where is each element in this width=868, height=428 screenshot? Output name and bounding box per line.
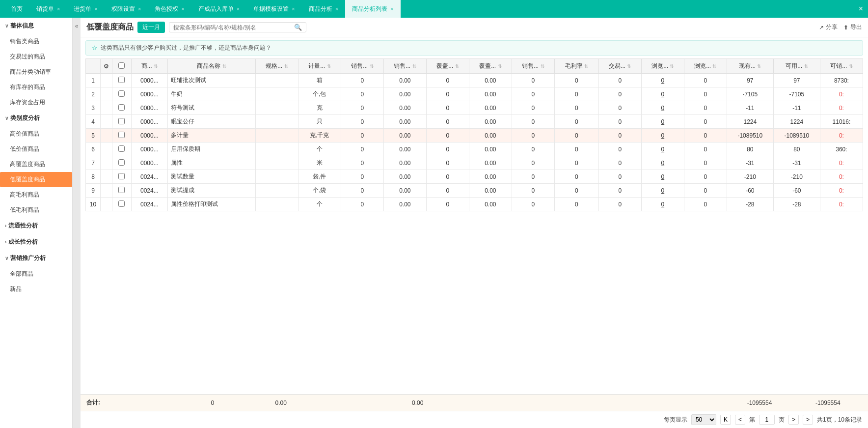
- col-cover1[interactable]: 覆盖... ⇅: [426, 59, 469, 74]
- col-sales2[interactable]: 销售... ⇅: [383, 59, 426, 74]
- row-b1[interactable]: 0: [641, 184, 684, 198]
- col-settings[interactable]: ⚙: [101, 59, 112, 74]
- close-all-button[interactable]: ×: [859, 4, 863, 13]
- col-unit[interactable]: 计量... ⇅: [298, 59, 341, 74]
- nav-tab-purchase[interactable]: 进货单 ×: [67, 0, 104, 18]
- prev-page-button[interactable]: <: [735, 415, 745, 425]
- sidebar-marketing-title[interactable]: ∨ 营销推广分析: [0, 250, 72, 266]
- search-input[interactable]: [173, 24, 294, 31]
- row-b1[interactable]: 0: [641, 115, 684, 129]
- browse-link[interactable]: 0: [661, 132, 664, 139]
- col-browse1[interactable]: 浏览... ⇅: [641, 59, 684, 74]
- sidebar-overall-title[interactable]: ∨ 整体信息: [0, 18, 72, 34]
- row-checkbox[interactable]: [112, 156, 132, 170]
- share-button[interactable]: ↗ 分享: [819, 23, 838, 31]
- col-sales1[interactable]: 销售... ⇅: [341, 59, 383, 74]
- sidebar-item-low-margin[interactable]: 低毛利商品: [0, 202, 72, 218]
- browse-link[interactable]: 0: [661, 160, 664, 167]
- row-select-checkbox[interactable]: [118, 90, 125, 97]
- sidebar-liquidity-title[interactable]: › 流通性分析: [0, 218, 72, 234]
- nav-tab-role[interactable]: 角色授权 ×: [148, 0, 191, 18]
- row-checkbox[interactable]: [112, 115, 132, 129]
- nav-tab-analysis-list[interactable]: 商品分析列表 ×: [345, 0, 400, 18]
- row-checkbox[interactable]: [112, 87, 132, 101]
- close-role-tab[interactable]: ×: [181, 6, 184, 12]
- row-select-checkbox[interactable]: [118, 145, 125, 152]
- col-code[interactable]: 商... ⇅: [131, 59, 167, 74]
- nav-tab-permission[interactable]: 权限设置 ×: [105, 0, 148, 18]
- sidebar-item-high-value[interactable]: 高价值商品: [0, 126, 72, 142]
- browse-link[interactable]: 0: [661, 173, 664, 180]
- row-select-checkbox[interactable]: [118, 173, 125, 179]
- col-name[interactable]: 商品名称 ⇅: [167, 59, 255, 74]
- browse-link[interactable]: 0: [661, 187, 664, 194]
- sidebar-item-high-coverage[interactable]: 高覆盖度商品: [0, 157, 72, 172]
- row-checkbox[interactable]: [112, 184, 132, 198]
- sidebar-item-category-rate[interactable]: 商品分类动销率: [0, 64, 72, 80]
- sidebar-item-new-goods[interactable]: 新品: [0, 282, 72, 297]
- browse-link[interactable]: 0: [661, 105, 664, 112]
- row-select-checkbox[interactable]: [118, 187, 125, 193]
- sidebar-collapse-button[interactable]: «: [73, 18, 81, 428]
- row-b1[interactable]: 0: [641, 129, 684, 143]
- browse-link[interactable]: 0: [661, 146, 664, 153]
- sidebar-item-traded-goods[interactable]: 交易过的商品: [0, 49, 72, 64]
- search-icon[interactable]: 🔍: [294, 24, 302, 31]
- close-analysis-tab[interactable]: ×: [335, 6, 338, 12]
- sidebar-category-title[interactable]: ∨ 类别度分析: [0, 110, 72, 126]
- period-button[interactable]: 近一月: [137, 22, 165, 33]
- row-checkbox[interactable]: [112, 129, 132, 143]
- export-button[interactable]: ⬆ 导出: [843, 23, 862, 31]
- sidebar-item-all-goods[interactable]: 全部商品: [0, 266, 72, 282]
- row-checkbox[interactable]: [112, 198, 132, 211]
- col-spec[interactable]: 规格... ⇅: [255, 59, 298, 74]
- row-checkbox[interactable]: [112, 143, 132, 156]
- row-select-checkbox[interactable]: [118, 132, 125, 138]
- sidebar-item-stock-capital[interactable]: 库存资金占用: [0, 95, 72, 110]
- row-b1[interactable]: 0: [641, 143, 684, 156]
- row-checkbox[interactable]: [112, 101, 132, 115]
- row-b1[interactable]: 0: [641, 101, 684, 115]
- close-permission-tab[interactable]: ×: [138, 6, 141, 12]
- sidebar-item-sales-goods[interactable]: 销售类商品: [0, 34, 72, 49]
- nav-tab-template[interactable]: 单据模板设置 ×: [246, 0, 301, 18]
- row-select-checkbox[interactable]: [118, 118, 125, 124]
- col-browse2[interactable]: 浏览... ⇅: [684, 59, 727, 74]
- row-select-checkbox[interactable]: [118, 104, 125, 111]
- col-gross[interactable]: 毛利率 ⇅: [554, 59, 598, 74]
- row-b1[interactable]: 0: [641, 170, 684, 184]
- sidebar-item-low-value[interactable]: 低价值商品: [0, 142, 72, 157]
- browse-link[interactable]: 0: [661, 91, 664, 98]
- col-saleable[interactable]: 可销... ⇅: [820, 59, 863, 74]
- last-page-button[interactable]: >: [803, 415, 813, 425]
- sidebar-item-high-margin[interactable]: 高毛利商品: [0, 187, 72, 202]
- page-size-select[interactable]: 50 100 200: [691, 414, 716, 425]
- close-template-tab[interactable]: ×: [292, 6, 295, 12]
- col-checkbox[interactable]: [112, 59, 132, 74]
- nav-tab-product-in[interactable]: 产成品入库单 ×: [191, 0, 246, 18]
- col-available[interactable]: 可用... ⇅: [773, 59, 820, 74]
- row-select-checkbox[interactable]: [118, 77, 125, 83]
- col-sales3[interactable]: 销售... ⇅: [512, 59, 554, 74]
- sidebar-item-low-coverage[interactable]: 低覆盖度商品: [0, 172, 72, 187]
- nav-tab-home[interactable]: 首页: [4, 0, 29, 18]
- nav-tab-analysis[interactable]: 商品分析 ×: [302, 0, 345, 18]
- sidebar-growth-title[interactable]: › 成长性分析: [0, 234, 72, 250]
- page-number-input[interactable]: [759, 415, 775, 425]
- row-b1[interactable]: 0: [641, 74, 684, 87]
- browse-link[interactable]: 0: [661, 77, 664, 84]
- row-b1[interactable]: 0: [641, 87, 684, 101]
- row-checkbox[interactable]: [112, 170, 132, 184]
- sidebar-item-stock-goods[interactable]: 有库存的商品: [0, 80, 72, 95]
- col-cover2[interactable]: 覆盖... ⇅: [469, 59, 512, 74]
- close-analysis-list-tab[interactable]: ×: [390, 6, 393, 12]
- row-select-checkbox[interactable]: [118, 159, 125, 166]
- close-product-in-tab[interactable]: ×: [237, 6, 240, 12]
- row-b1[interactable]: 0: [641, 198, 684, 211]
- first-page-button[interactable]: K: [720, 415, 731, 425]
- row-checkbox[interactable]: [112, 74, 132, 87]
- close-purchase-tab[interactable]: ×: [94, 6, 97, 12]
- row-b1[interactable]: 0: [641, 156, 684, 170]
- col-trade[interactable]: 交易... ⇅: [598, 59, 641, 74]
- col-current[interactable]: 现有... ⇅: [727, 59, 773, 74]
